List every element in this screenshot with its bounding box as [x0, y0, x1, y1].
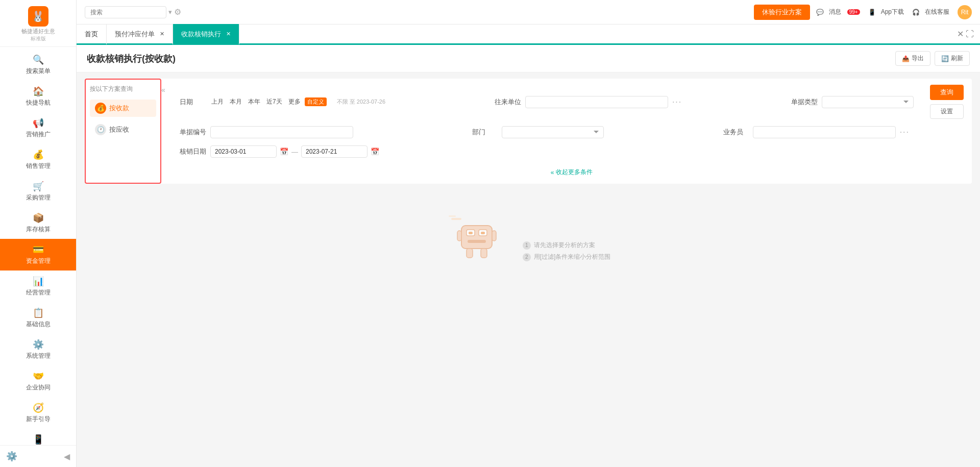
empty-state: 1 请先选择要分析的方案 2 用[过滤]条件来缩小分析范围	[77, 190, 980, 272]
sidebar-bottom: ⚙️ ◀	[0, 445, 76, 467]
svg-rect-3	[469, 232, 473, 234]
filter-by-receivable[interactable]: 🕐 按应收	[90, 121, 156, 138]
calendar-start-icon[interactable]: 📅	[280, 148, 288, 156]
tab-prepay-close[interactable]: ✕	[160, 31, 164, 37]
filter-section-title: 按以下方案查询	[90, 85, 156, 95]
date-tab-more[interactable]: 更多	[286, 96, 303, 107]
step-2-text: 用[过滤]条件来缩小分析范围	[534, 253, 611, 261]
sidebar-item-search-menu[interactable]: 🔍搜索菜单	[0, 49, 76, 81]
sidebar-item-system[interactable]: ⚙️系统管理	[0, 334, 76, 365]
sidebar-menu: 🔍搜索菜单🏠快捷导航📢营销推广💰销售管理🛒采购管理📦库存核算💳资金管理📊经营管理…	[0, 47, 76, 445]
sidebar-item-purchase[interactable]: 🛒采购管理	[0, 176, 76, 207]
app-download-button[interactable]: 📱 App下载	[868, 8, 904, 16]
writeoff-date-start-input[interactable]	[210, 145, 277, 158]
sidebar-item-finance[interactable]: 💳资金管理	[0, 239, 76, 271]
dept-select[interactable]	[502, 126, 604, 138]
sidebar-item-sales[interactable]: 💰销售管理	[0, 144, 76, 176]
filter-by-receipt[interactable]: 💰 按收款	[90, 100, 156, 117]
collapse-filter-button[interactable]: «	[161, 79, 172, 184]
date-tab-7days[interactable]: 近7天	[264, 96, 284, 107]
writeoff-date-end-input[interactable]	[301, 145, 368, 158]
counterpart-input[interactable]	[525, 96, 668, 108]
maximize-icon[interactable]: ⛶	[966, 30, 974, 39]
export-button[interactable]: 📤 导出	[895, 51, 930, 66]
sidebar-label-quick-nav: 快捷导航	[26, 99, 51, 107]
date-tabs: 上月 本月 本年 近7天 更多 自定义	[209, 96, 327, 107]
settings-icon[interactable]: ⚙️	[6, 451, 17, 462]
sidebar-icon-quick-nav: 🏠	[33, 86, 44, 97]
filter-row-3: 核销日期 📅 — 📅	[180, 145, 964, 158]
tab-home-label: 首页	[85, 30, 98, 39]
sidebar-item-marketing[interactable]: 📢营销推广	[0, 112, 76, 144]
sidebar-item-hardware[interactable]: 📱智能硬件	[0, 429, 76, 445]
sidebar-icon-guide: 🧭	[33, 402, 44, 413]
sidebar-icon-business: 📊	[33, 276, 44, 287]
sidebar-icon-inventory: 📦	[33, 212, 44, 224]
action-buttons: 查询 设置	[930, 85, 964, 119]
sidebar-item-quick-nav[interactable]: 🏠快捷导航	[0, 81, 76, 112]
svg-rect-8	[467, 249, 473, 258]
main-area: ▾ ⚙ 休验行业方案 💬 消息 99+ 📱 App下载 🎧 在线客服 Rit	[77, 0, 980, 467]
refresh-icon: 🔄	[941, 55, 949, 62]
collapse-more-button[interactable]: « 收起更多条件	[180, 165, 964, 178]
sidebar-icon-system: ⚙️	[33, 339, 44, 350]
messages-button[interactable]: 💬 消息 99+	[816, 8, 860, 16]
sidebar-item-business[interactable]: 📊经营管理	[0, 271, 76, 302]
logo-text: 畅捷通好生意	[21, 28, 55, 35]
sidebar-item-base-info[interactable]: 📋基础信息	[0, 302, 76, 334]
sidebar-label-guide: 新手引导	[26, 415, 51, 424]
doc-type-select[interactable]	[822, 96, 914, 108]
sidebar-icon-hardware: 📱	[33, 434, 44, 445]
svg-rect-6	[457, 231, 461, 241]
svg-rect-9	[481, 249, 487, 258]
date-tab-last-month[interactable]: 上月	[209, 96, 226, 107]
settings-icon[interactable]: ⚙	[174, 7, 181, 17]
sidebar-label-system: 系统管理	[26, 352, 51, 360]
tabbar-actions: ✕ ⛶	[957, 29, 980, 39]
date-custom-badge[interactable]: 自定义	[305, 97, 327, 106]
date-field: 日期 上月 本月 本年 近7天 更多 自定义	[180, 96, 327, 107]
filter-row-2: 单据编号 部门 业务员 ···	[180, 126, 964, 138]
online-service-button[interactable]: 🎧 在线客服	[912, 8, 949, 16]
empty-step-2: 2 用[过滤]条件来缩小分析范围	[523, 253, 611, 261]
staff-input[interactable]	[753, 126, 896, 138]
date-tab-this-month[interactable]: 本月	[228, 96, 244, 107]
page-content: 收款核销执行(按收款) 📤 导出 🔄 刷新 按以下方案查询 💰 按收款	[77, 45, 980, 467]
filter-receipt-label: 按收款	[109, 104, 129, 113]
svg-rect-10	[451, 218, 461, 220]
sidebar-item-collab[interactable]: 🤝企业协同	[0, 365, 76, 397]
search-input[interactable]	[85, 6, 166, 18]
sidebar-label-sales: 销售管理	[26, 162, 51, 170]
tab-receipt-writeoff-close[interactable]: ✕	[226, 31, 231, 37]
topbar-right: 💬 消息 99+ 📱 App下载 🎧 在线客服 Rit	[816, 5, 972, 19]
counterpart-more-icon[interactable]: ···	[672, 97, 682, 107]
chevron-down-icon[interactable]: ▾	[168, 8, 172, 16]
query-button[interactable]: 查询	[930, 85, 964, 100]
calendar-end-icon[interactable]: 📅	[371, 148, 379, 156]
collapse-sidebar-icon[interactable]: ◀	[64, 452, 70, 461]
writeoff-date-range: 📅 — 📅	[210, 145, 379, 158]
date-tab-this-year[interactable]: 本年	[246, 96, 262, 107]
doc-no-input[interactable]	[210, 126, 353, 138]
close-window-icon[interactable]: ✕	[957, 29, 964, 39]
receivable-icon: 🕐	[95, 124, 106, 135]
refresh-button[interactable]: 🔄 刷新	[935, 51, 970, 66]
filter-form: 日期 上月 本月 本年 近7天 更多 自定义 不限 至 2023-07-26	[172, 79, 972, 184]
date-limit-area: 不限 至 2023-07-26	[337, 98, 385, 106]
doc-type-field: 单据类型	[791, 96, 914, 108]
settings-button[interactable]: 设置	[930, 104, 964, 119]
user-avatar[interactable]: Rit	[958, 5, 972, 19]
step-1-text: 请先选择要分析的方案	[534, 241, 595, 250]
date-limit-text: 不限 至 2023-07-26	[337, 98, 385, 106]
sidebar-icon-marketing: 📢	[33, 117, 44, 129]
sidebar-item-inventory[interactable]: 📦库存核算	[0, 207, 76, 239]
collapse-icon: «	[161, 86, 165, 94]
tab-prepay[interactable]: 预付冲应付单 ✕	[107, 24, 173, 44]
industry-solution-button[interactable]: 休验行业方案	[754, 5, 810, 20]
tab-receipt-writeoff[interactable]: 收款核销执行 ✕	[173, 24, 239, 44]
staff-more-icon[interactable]: ···	[900, 128, 910, 137]
sidebar-item-guide[interactable]: 🧭新手引导	[0, 397, 76, 429]
export-icon: 📤	[902, 55, 910, 62]
tab-home[interactable]: 首页	[77, 24, 107, 44]
staff-field: 业务员 ···	[723, 126, 910, 138]
